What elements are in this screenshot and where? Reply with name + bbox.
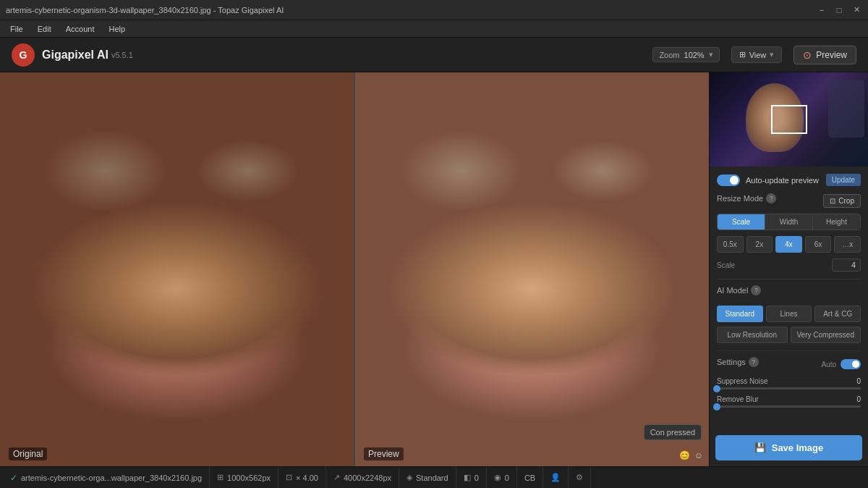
auto-update-label: Auto-update preview: [746, 176, 826, 185]
auto-update-toggle[interactable]: [717, 174, 740, 186]
status-extra-icon: 👤: [543, 467, 569, 488]
model-buttons-grid: Standard Lines Art & CG: [717, 306, 861, 322]
app-header: G Gigapixel AI v5.5.1 Zoom 102% ▾ ⊞ View…: [0, 38, 868, 72]
original-panel: Original: [0, 72, 354, 466]
view-button[interactable]: ⊞ View ▾: [731, 46, 783, 63]
update-button[interactable]: Update: [826, 174, 861, 186]
model-icon: ◈: [407, 473, 412, 482]
remove-blur-value: 0: [856, 395, 861, 403]
scale-4x-button[interactable]: 4x: [775, 236, 802, 253]
menu-edit[interactable]: Edit: [30, 23, 59, 35]
menu-account[interactable]: Account: [59, 23, 102, 35]
settings-help-icon[interactable]: ?: [749, 357, 759, 367]
settings-title: Settings ?: [717, 357, 759, 367]
minimize-button[interactable]: −: [816, 4, 827, 16]
input-size-value: 1000x562px: [227, 474, 271, 482]
original-label: Original: [9, 447, 47, 460]
settings-row: Settings ? Auto: [717, 357, 861, 371]
model-standard-button[interactable]: Standard: [717, 306, 763, 322]
grid-icon: ⊞: [739, 50, 746, 59]
suppress-noise-track[interactable]: [717, 387, 861, 390]
ai-model-help-icon[interactable]: ?: [751, 285, 761, 295]
divider-1: [717, 279, 861, 279]
emoji-2-icon: ☺: [694, 450, 703, 460]
controls-area: Auto-update preview Update Resize Mode ?…: [710, 167, 868, 429]
model-low-res-button[interactable]: Low Resolution: [717, 327, 788, 343]
app-logo: G: [12, 43, 35, 67]
auto-toggle-knob: [852, 361, 859, 368]
zoom-label: Zoom: [659, 51, 679, 59]
zoom-control[interactable]: Zoom 102% ▾: [652, 47, 719, 62]
input-size-icon: ⊞: [217, 473, 224, 482]
preview-button[interactable]: ⊙ Preview: [793, 46, 856, 64]
emoji-1-icon: 😊: [679, 450, 690, 460]
suppress-icon: ◧: [464, 473, 471, 482]
menu-file[interactable]: File: [3, 23, 30, 35]
status-settings-icon[interactable]: ⚙: [569, 467, 591, 488]
model-very-compressed-button[interactable]: Very Compressed: [791, 327, 861, 343]
val2: 0: [505, 474, 509, 482]
ai-model-row: AI Model ?: [717, 285, 861, 300]
app-name: Gigapixel AI: [42, 49, 109, 62]
scale-value: × 4.00: [296, 474, 318, 482]
scale-input-value[interactable]: 4: [832, 258, 861, 272]
save-image-button[interactable]: 💾 Save Image: [715, 435, 862, 460]
zoom-chevron-icon: ▾: [709, 50, 713, 59]
resize-mode-help-icon[interactable]: ?: [766, 193, 776, 203]
remove-blur-label-row: Remove Blur 0: [717, 395, 861, 403]
sidebar: Auto-update preview Update Resize Mode ?…: [709, 72, 868, 466]
suppress-noise-row: Suppress Noise 0: [717, 377, 861, 390]
check-icon: ✓: [10, 473, 17, 483]
menubar: File Edit Account Help: [0, 20, 868, 38]
width-tab[interactable]: Width: [765, 214, 813, 230]
model-lines-button[interactable]: Lines: [766, 306, 812, 322]
scale-2x-button[interactable]: 2x: [746, 236, 773, 253]
suppress-noise-label-row: Suppress Noise 0: [717, 377, 861, 385]
model-value: Standard: [416, 474, 448, 482]
ai-model-title: AI Model ?: [717, 285, 761, 295]
filename-text: artemis-cybernetic-orga...wallpaper_3840…: [21, 474, 202, 482]
preview-icon: ⊙: [803, 49, 812, 61]
close-button[interactable]: ✕: [851, 4, 862, 16]
scale-options-row: 0.5x 2x 4x 6x …x: [717, 236, 861, 253]
maximize-button[interactable]: □: [833, 4, 845, 16]
model-art-cg-button[interactable]: Art & CG: [814, 306, 861, 322]
scale-tab[interactable]: Scale: [718, 214, 765, 230]
divider-2: [717, 350, 861, 351]
user-icon: 👤: [550, 473, 561, 482]
resize-mode-row: Resize Mode ? ⊡ Crop: [717, 193, 861, 208]
output-size-icon: ↗: [333, 473, 340, 482]
scale-value-row: Scale 4: [717, 258, 861, 272]
zoom-value: 102%: [684, 51, 705, 59]
crop-button[interactable]: ⊡ Crop: [823, 194, 861, 208]
scale-0-5x-button[interactable]: 0.5x: [717, 236, 744, 253]
window-controls: − □ ✕: [816, 4, 862, 16]
scale-custom-button[interactable]: …x: [834, 236, 861, 253]
con-pressed-badge: Con pressed: [644, 424, 702, 440]
statusbar: ✓ artemis-cybernetic-orga...wallpaper_38…: [0, 466, 868, 488]
menu-help[interactable]: Help: [101, 23, 132, 35]
auto-label: Auto: [821, 361, 836, 369]
scale-6x-button[interactable]: 6x: [805, 236, 832, 253]
save-icon: 💾: [754, 442, 766, 453]
output-size-value: 4000x2248px: [344, 474, 391, 482]
panel-emoji-icons: 😊 ☺: [679, 450, 703, 460]
preview-label: Preview: [364, 447, 404, 460]
main-content: Original Preview 😊 ☺ Con pressed: [0, 72, 868, 466]
remove-blur-thumb[interactable]: [713, 403, 720, 411]
thumbnail-area: [710, 72, 868, 167]
auto-settings-toggle[interactable]: [841, 359, 861, 369]
status-model: ◈ Standard: [399, 467, 456, 488]
val1: 0: [475, 474, 479, 482]
blur-icon: ◉: [494, 473, 501, 482]
gear-icon: ⚙: [576, 473, 583, 482]
remove-blur-track[interactable]: [717, 405, 861, 408]
thumbnail-selection: [771, 105, 807, 134]
crop-icon: ⊡: [830, 197, 835, 205]
scale-icon: ⊡: [286, 473, 292, 482]
suppress-noise-thumb[interactable]: [713, 385, 720, 392]
header-right: Zoom 102% ▾ ⊞ View ▾ ⊙ Preview: [652, 46, 856, 64]
height-tab[interactable]: Height: [813, 214, 860, 230]
suppress-noise-value: 0: [856, 377, 861, 385]
status-output-size: ↗ 4000x2248px: [326, 467, 399, 488]
